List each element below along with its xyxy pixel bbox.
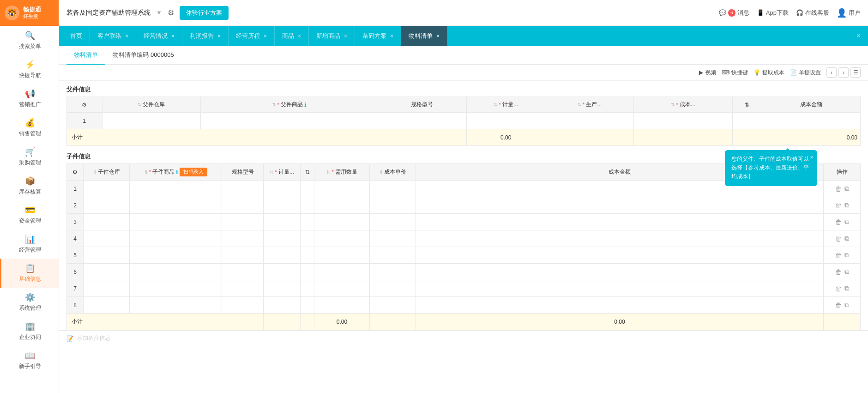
child-cell-spec-7[interactable]	[222, 280, 264, 297]
delete-icon-4[interactable]: 🗑	[835, 235, 842, 242]
sidebar-item-enterprise[interactable]: 🏢 企业协同	[0, 317, 59, 346]
message-item[interactable]: 💬 6 消息	[719, 9, 749, 17]
child-cell-warehouse-3[interactable]	[84, 214, 130, 230]
child-cell-quantity-4[interactable]	[314, 230, 370, 247]
child-cell-spec-4[interactable]	[222, 230, 264, 247]
nav-tab-home[interactable]: 首页	[63, 26, 90, 46]
sidebar-item-purchase[interactable]: 🛒 采购管理	[0, 142, 59, 171]
copy-icon-4[interactable]: ⧉	[844, 235, 849, 242]
sidebar-item-marketing[interactable]: 📢 营销推广	[0, 84, 59, 113]
user-item[interactable]: 👤 用户	[837, 8, 861, 18]
child-cell-cost-amount-4[interactable]	[416, 230, 824, 247]
child-cell-warehouse-1[interactable]	[84, 181, 130, 197]
child-cell-cost-amount-2[interactable]	[416, 197, 824, 214]
nav-tab-customers[interactable]: 客户联络×	[90, 26, 136, 46]
nav-tab-new_goods[interactable]: 新增商品×	[309, 26, 355, 46]
child-cell-product-2[interactable]	[130, 197, 222, 214]
child-cell-unit-cost-7[interactable]	[370, 280, 416, 297]
nav-tab-close-operations[interactable]: ×	[171, 33, 175, 39]
sidebar-item-quick_nav[interactable]: ⚡ 快捷导航	[0, 55, 59, 84]
delete-icon-8[interactable]: 🗑	[835, 302, 842, 309]
child-cell-unit-5[interactable]	[264, 247, 301, 264]
nav-tab-close-barcode[interactable]: ×	[390, 33, 393, 39]
extract-cost-btn[interactable]: 💡 提取成本	[753, 69, 784, 77]
nav-tab-barcode[interactable]: 条码方案×	[355, 26, 401, 46]
child-cell-quantity-3[interactable]	[314, 214, 370, 230]
child-cell-unit-cost-4[interactable]	[370, 230, 416, 247]
child-cell-quantity-6[interactable]	[314, 264, 370, 280]
child-cell-quantity-7[interactable]	[314, 280, 370, 297]
child-cell-warehouse-4[interactable]	[84, 230, 130, 247]
copy-icon-2[interactable]: ⧉	[844, 201, 849, 209]
delete-icon-5[interactable]: 🗑	[835, 252, 842, 259]
delete-icon-6[interactable]: 🗑	[835, 268, 842, 276]
sidebar-item-system[interactable]: ⚙️ 系统管理	[0, 288, 59, 317]
parent-cell-unit-1[interactable]	[466, 113, 545, 129]
child-cell-unit-8[interactable]	[264, 297, 301, 314]
child-cell-unit-1[interactable]	[264, 181, 301, 197]
sidebar-item-finance[interactable]: 💳 资金管理	[0, 200, 59, 230]
delete-icon-1[interactable]: 🗑	[835, 185, 842, 193]
experience-button[interactable]: 体验行业方案	[180, 6, 229, 20]
child-cell-unit-cost-5[interactable]	[370, 247, 416, 264]
bottom-note-area[interactable]: 📝 添加备注信息	[59, 330, 868, 346]
nav-tab-goods[interactable]: 商品×	[275, 26, 309, 46]
gear-col-icon[interactable]: ⚙	[82, 102, 87, 108]
nav-tab-close-bom[interactable]: ×	[436, 33, 440, 39]
delete-icon-7[interactable]: 🗑	[835, 285, 842, 292]
child-cell-warehouse-8[interactable]	[84, 297, 130, 314]
nav-tab-bom[interactable]: 物料清单×	[401, 26, 447, 46]
child-cell-quantity-2[interactable]	[314, 197, 370, 214]
child-cell-quantity-1[interactable]	[314, 181, 370, 197]
shortcut-btn[interactable]: ⌨ 快捷键	[722, 69, 748, 77]
delete-icon-2[interactable]: 🗑	[835, 202, 842, 209]
child-cell-spec-1[interactable]	[222, 181, 264, 197]
child-cell-product-4[interactable]	[130, 230, 222, 247]
child-cell-unit-cost-6[interactable]	[370, 264, 416, 280]
nav-tab-operations[interactable]: 经营情况×	[136, 26, 182, 46]
child-cell-product-6[interactable]	[130, 264, 222, 280]
scan-button[interactable]: 扫码录入	[180, 168, 207, 176]
child-cell-spec-6[interactable]	[222, 264, 264, 280]
menu-button[interactable]: ☰	[850, 67, 861, 78]
parent-cell-cost-1[interactable]	[634, 113, 732, 129]
tooltip-close-button[interactable]: ×	[810, 153, 814, 163]
sidebar-item-operations_mgr[interactable]: 📊 经营管理	[0, 230, 59, 259]
child-cell-cost-amount-7[interactable]	[416, 280, 824, 297]
child-cell-warehouse-5[interactable]	[84, 247, 130, 264]
child-cell-spec-3[interactable]	[222, 214, 264, 230]
video-btn[interactable]: ▶ 视频	[699, 69, 716, 77]
child-cell-cost-amount-6[interactable]	[416, 264, 824, 280]
sidebar-item-basic_info[interactable]: 📋 基础信息	[0, 259, 59, 288]
child-cell-cost-amount-8[interactable]	[416, 297, 824, 314]
child-cell-warehouse-7[interactable]	[84, 280, 130, 297]
nav-tab-close-customers[interactable]: ×	[125, 33, 128, 39]
copy-icon-3[interactable]: ⧉	[844, 218, 849, 226]
nav-tab-history[interactable]: 经营历程×	[229, 26, 275, 46]
parent-cell-spec-1[interactable]	[378, 113, 466, 129]
delete-icon-3[interactable]: 🗑	[835, 218, 842, 226]
copy-icon-1[interactable]: ⧉	[844, 185, 849, 193]
child-cell-spec-2[interactable]	[222, 197, 264, 214]
nav-tab-close-history[interactable]: ×	[264, 33, 267, 39]
parent-cell-product-1[interactable]	[201, 113, 378, 129]
child-cell-unit-6[interactable]	[264, 264, 301, 280]
gear-col-icon[interactable]: ⚙	[72, 169, 78, 175]
settings-icon[interactable]: ⚙	[168, 8, 174, 17]
child-cell-product-3[interactable]	[130, 214, 222, 230]
copy-icon-7[interactable]: ⧉	[844, 284, 849, 292]
child-cell-spec-5[interactable]	[222, 247, 264, 264]
child-cell-product-8[interactable]	[130, 297, 222, 314]
sub-tab-bom-list[interactable]: 物料清单	[66, 46, 105, 65]
prev-arrow-button[interactable]: ‹	[826, 67, 837, 78]
app-download-item[interactable]: 📱 App下载	[757, 9, 789, 17]
online-service-item[interactable]: 🎧 在线客服	[796, 9, 829, 17]
child-cell-product-5[interactable]	[130, 247, 222, 264]
nav-tab-close-profit[interactable]: ×	[217, 33, 221, 39]
nav-tab-close-new_goods[interactable]: ×	[344, 33, 347, 39]
single-setting-btn[interactable]: 📄 单据设置	[790, 69, 821, 77]
copy-icon-5[interactable]: ⧉	[844, 251, 849, 259]
child-cell-unit-2[interactable]	[264, 197, 301, 214]
note-text[interactable]: 添加备注信息	[77, 334, 110, 342]
copy-icon-6[interactable]: ⧉	[844, 268, 849, 276]
